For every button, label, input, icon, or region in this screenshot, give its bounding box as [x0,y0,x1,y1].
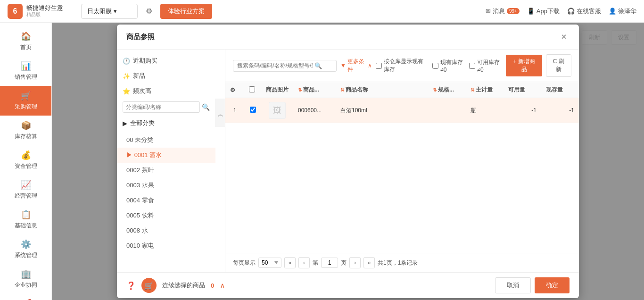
category-search-row: 🔍 [117,99,215,116]
page-first-btn[interactable]: « [284,257,296,268]
th-code-label: 商品... [303,86,319,94]
category-search-icon[interactable]: 🔍 [202,103,210,111]
filter-more-btn[interactable]: ▼ 更多条件 ∧ [340,58,372,74]
category-item-0004-label: 0004 零食 [126,197,154,204]
category-item-0001[interactable]: ▶ 0001 酒水 [117,148,215,163]
sidebar-item-business-label: 经营管理 [15,192,37,200]
collapse-left-panel-btn[interactable]: 《 [215,99,225,127]
category-item-0008-label: 0008 水 [126,227,148,234]
help-icon[interactable]: ❓ [126,281,136,290]
avail-not-zero-filter[interactable]: 可用库存≠0 [469,58,502,73]
product-reference-modal: 商品参照 × 🕐 近期购买 ✨ 新品 [117,25,579,298]
category-item-00[interactable]: 00 未分类 [117,133,215,148]
messages-btn[interactable]: ✉ 消息 99+ [486,7,520,16]
left-sidebar: 🏠 首页 📊 销售管理 🛒 采购管理 📦 库存核算 💰 资金管理 📈 经营管理 … [0,23,52,300]
category-item-0008[interactable]: 0008 水 [117,223,215,238]
sidebar-item-business[interactable]: 📈 经营管理 [0,175,51,205]
quick-frequent-btn[interactable]: ⭐ 频次高 [117,83,225,99]
app-download-btn[interactable]: 📱 App下载 [527,7,560,16]
product-search-bar: 🔍 [233,60,337,72]
th-unit-label: 主计量 [476,86,493,94]
content-area: 查询 刷新 设置 商品参照 × 🕐 [52,23,644,300]
sort-unit-icon: ⇅ [471,87,474,92]
th-name-label: 商品名称 [346,86,368,94]
category-item-0003[interactable]: 0003 水果 [117,178,215,193]
store-dropdown[interactable]: 日太阳膜 ▾ [81,4,138,19]
selected-count: 0 [211,282,214,289]
sidebar-item-basic-info[interactable]: 📋 基础信息 [0,205,51,234]
confirm-btn[interactable]: 确定 [535,277,570,293]
category-list: 00 未分类 ▶ 0001 酒水 0002 茶叶 0 [117,131,215,255]
user-profile-btn[interactable]: 👤 徐泽华 [609,7,636,16]
row-spec [428,98,466,123]
page-number-input[interactable] [321,258,338,268]
add-product-btn[interactable]: + 新增商品 [506,55,542,76]
selected-label: 连续选择的商品 [162,281,205,290]
category-item-0002[interactable]: 0002 茶叶 [117,163,215,178]
sidebar-item-system[interactable]: ⚙️ 系统管理 [0,234,51,264]
product-search-icon[interactable]: 🔍 [314,62,322,69]
per-page-select[interactable]: 50 100 200 [258,258,281,268]
sidebar-item-finance[interactable]: 💰 资金管理 [0,145,51,175]
sidebar-item-sales[interactable]: 📊 销售管理 [0,56,51,86]
product-search-input[interactable] [237,62,313,69]
category-item-0005[interactable]: 0005 饮料 [117,208,215,223]
stock-not-zero-filter[interactable]: 现有库存≠0 [432,58,465,73]
logo-icon: 6 [8,4,23,19]
page-prev-btn[interactable]: ‹ [298,257,310,268]
app-edition: 精品版 [26,11,63,18]
sidebar-item-guide[interactable]: 🚀 新手引导 [0,294,51,300]
all-category-item[interactable]: ▶ 全部分类 [117,116,215,131]
cancel-btn[interactable]: 取消 [495,277,531,293]
sidebar-item-purchase[interactable]: 🛒 采购管理 [0,86,51,116]
stock-not-zero-checkbox[interactable] [432,63,438,69]
footer-actions: 取消 确定 [495,277,570,293]
experience-btn[interactable]: 体验行业方案 [160,4,212,19]
footer-collapse-icon[interactable]: ∧ [220,281,225,290]
row-checkbox[interactable] [250,107,256,113]
sidebar-item-inventory[interactable]: 📦 库存核算 [0,116,51,145]
online-support-btn[interactable]: 🎧 在线客服 [567,7,601,16]
per-page-label: 每页显示 [233,259,256,267]
cart-icon[interactable]: 🛒 [141,278,157,293]
settings-icon[interactable]: ⚙ [141,4,157,19]
gear-settings-icon[interactable]: ⚙ [230,87,235,93]
sidebar-item-sales-label: 销售管理 [15,73,37,81]
page-next-btn[interactable]: › [349,257,361,268]
category-item-0010-label: 0010 家电 [126,242,154,249]
th-stock-label: 现存量 [546,86,563,93]
modal-close-btn[interactable]: × [558,31,570,42]
sidebar-item-enterprise[interactable]: 🏢 企业协同 [0,264,51,294]
page-label: 第 [313,259,318,267]
avail-not-zero-label: 可用库存≠0 [477,58,502,73]
app-download-label: App下载 [537,7,560,16]
quick-new-btn[interactable]: ✨ 新品 [117,68,225,83]
recent-icon: 🕐 [123,58,130,65]
category-search-input[interactable] [123,101,200,113]
filter-collapse-icon: ∧ [368,62,372,69]
messages-badge: 99+ [507,8,520,14]
sort-spec-icon: ⇅ [433,87,437,92]
product-table-body: 1 🖼 000600... 白酒100ml 瓶 -1 -1 [225,98,579,123]
page-last-btn[interactable]: » [363,257,375,268]
category-item-0003-label: 0003 水果 [126,182,154,189]
modal-body: 🕐 近期购买 ✨ 新品 ⭐ 频次高 [117,50,579,272]
inventory-icon: 📦 [21,120,31,131]
row-img-cell: 🖼 [261,98,293,123]
business-icon: 📈 [21,180,31,190]
purchase-icon: 🛒 [21,91,31,101]
refresh-btn[interactable]: C 刷新 [546,54,571,77]
modal-backdrop: 商品参照 × 🕐 近期购买 ✨ 新品 [52,23,644,300]
avail-not-zero-checkbox[interactable] [469,63,475,69]
category-item-0010[interactable]: 0010 家电 [117,238,215,253]
category-item-0004[interactable]: 0004 零食 [117,193,215,208]
select-all-checkbox[interactable] [249,86,255,92]
home-icon: 🏠 [21,31,31,42]
by-warehouse-checkbox[interactable] [376,63,382,69]
by-warehouse-filter[interactable]: 按仓库显示现有库存 [376,58,429,74]
quick-recent-btn[interactable]: 🕐 近期购买 [117,53,225,68]
quick-recent-label: 近期购买 [133,57,157,65]
username-label: 徐泽华 [618,7,636,16]
table-row[interactable]: 1 🖼 000600... 白酒100ml 瓶 -1 -1 [225,98,579,123]
sidebar-item-home[interactable]: 🏠 首页 [0,26,51,56]
